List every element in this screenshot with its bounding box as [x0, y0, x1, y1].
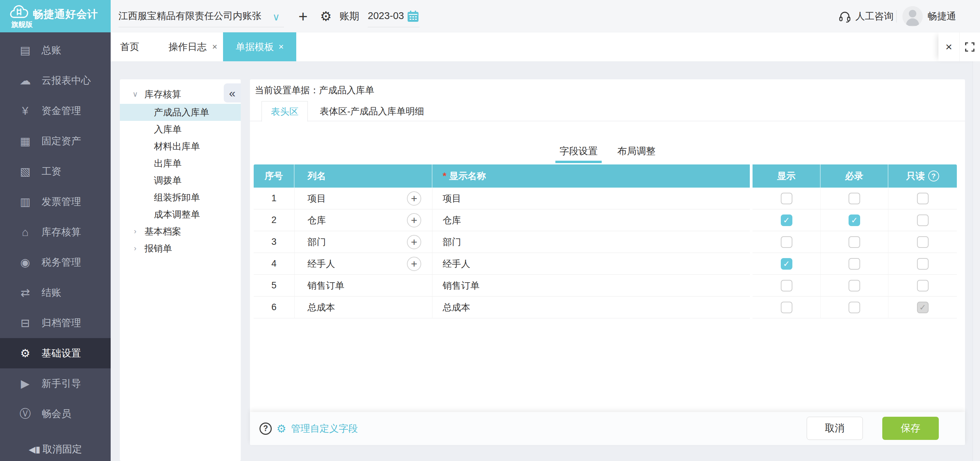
readonly-checkbox[interactable]	[917, 280, 929, 291]
sidebar-items: ▤总账 ☁云报表中心 ¥资金管理 ▦固定资产 ▧工资 ▥发票管理 ⌂库存核算 ◉…	[0, 32, 111, 429]
help-icon[interactable]: ?	[259, 423, 272, 435]
user-name[interactable]: 畅捷通	[928, 0, 956, 32]
show-checkbox[interactable]: ✓	[781, 258, 792, 270]
headset-icon	[838, 10, 851, 23]
close-all-button[interactable]: ×	[939, 32, 959, 61]
tree-item-transfer[interactable]: 调拨单	[120, 172, 241, 189]
area-tab-bar: 表头区 表体区-产成品入库单明细	[250, 101, 965, 121]
template-tree: ∨ 库存核算 产成品入库单 入库单 材料出库单 出库单 调拨单 组装拆卸单 成本…	[120, 79, 241, 257]
sidebar-item-closing[interactable]: ⇄结账	[0, 278, 111, 308]
tree-item-assembly[interactable]: 组装拆卸单	[120, 189, 241, 206]
tree-item-cost-adjustment[interactable]: 成本调整单	[120, 206, 241, 223]
fields-table: 序号 列名 * 显示名称 显示 必录 只读 ? 1 项目+ 项目	[254, 164, 957, 318]
readonly-checkbox[interactable]	[917, 236, 929, 248]
tree-node-inventory[interactable]: ∨ 库存核算	[120, 85, 241, 104]
tree-item-material-issue[interactable]: 材料出库单	[120, 138, 241, 155]
cell-name: 经手人+	[294, 253, 433, 275]
sidebar-item-fixed-assets[interactable]: ▦固定资产	[0, 126, 111, 156]
support-link[interactable]: 人工咨询	[838, 0, 894, 32]
cell-name-label: 仓库	[307, 214, 326, 226]
manage-custom-fields-link[interactable]: 管理自定义字段	[291, 422, 358, 435]
chevron-down-icon[interactable]: ∨	[272, 11, 280, 23]
fullscreen-button[interactable]	[959, 32, 980, 61]
gear-icon[interactable]: ⚙	[277, 422, 286, 435]
cell-show: ✓	[752, 253, 821, 275]
period-selector[interactable]: 2023-03	[368, 5, 420, 27]
save-button[interactable]: 保存	[882, 417, 939, 440]
sidebar-item-funds[interactable]: ¥资金管理	[0, 96, 111, 126]
cell-readonly	[888, 231, 957, 253]
user-avatar[interactable]	[902, 6, 923, 27]
sidebar-item-payroll[interactable]: ▧工资	[0, 156, 111, 187]
tab-field-settings[interactable]: 字段设置	[555, 140, 602, 163]
tree-node-expense-claims[interactable]: › 报销单	[120, 240, 241, 257]
cell-required	[821, 231, 888, 253]
readonly-checkbox[interactable]	[917, 215, 929, 226]
ledger-icon: ▤	[18, 44, 33, 57]
tab-operation-log[interactable]: 操作日志 ×	[169, 32, 217, 61]
required-checkbox[interactable]	[849, 193, 860, 204]
required-checkbox[interactable]	[849, 280, 860, 291]
tree-item-receipt[interactable]: 入库单	[120, 121, 241, 138]
cell-readonly	[888, 210, 957, 231]
sidebar-item-basic-settings[interactable]: ⚙基础设置	[0, 338, 111, 369]
sidebar-item-membership[interactable]: Ⓥ畅会员	[0, 399, 111, 429]
show-checkbox[interactable]: ✓	[781, 215, 792, 226]
add-field-button[interactable]: +	[407, 235, 421, 249]
required-checkbox[interactable]: ✓	[849, 215, 860, 226]
cancel-button[interactable]: 取消	[807, 417, 863, 440]
template-tree-panel: « ∨ 库存核算 产成品入库单 入库单 材料出库单 出库单 调拨单 组装拆卸单 …	[120, 79, 241, 461]
calendar-icon[interactable]	[407, 10, 420, 23]
sidebar-item-inventory[interactable]: ⌂库存核算	[0, 217, 111, 247]
tab-body-area[interactable]: 表体区-产成品入库单明细	[320, 101, 424, 121]
building-icon: ▦	[18, 135, 33, 148]
tree-item-issue[interactable]: 出库单	[120, 155, 241, 172]
cell-name-label: 总成本	[307, 301, 335, 313]
add-field-button[interactable]: +	[407, 257, 421, 271]
required-checkbox[interactable]	[849, 258, 860, 270]
required-checkbox[interactable]	[849, 302, 860, 313]
sidebar-item-archive[interactable]: ⊟归档管理	[0, 308, 111, 338]
sidebar-item-label: 畅会员	[41, 407, 71, 421]
column-gap	[750, 253, 752, 275]
close-icon[interactable]: ×	[212, 41, 217, 52]
tree-node-basic-archives[interactable]: › 基本档案	[120, 223, 241, 240]
collapse-panel-button[interactable]: «	[224, 83, 241, 102]
column-gap	[750, 164, 752, 188]
readonly-checkbox[interactable]	[917, 258, 929, 270]
app-title: 畅捷通好会计	[33, 7, 98, 21]
tab-layout-adjust[interactable]: 布局调整	[613, 140, 660, 163]
cell-display: 项目	[433, 188, 750, 210]
tab-header-area[interactable]: 表头区	[261, 101, 308, 122]
sidebar-item-invoices[interactable]: ▥发票管理	[0, 187, 111, 217]
add-field-button[interactable]: +	[407, 191, 421, 206]
company-selector[interactable]: 江西服宝精品有限责任公司内账张 ∨	[118, 5, 284, 27]
required-checkbox[interactable]	[849, 236, 860, 248]
sidebar-item-cloud-reports[interactable]: ☁云报表中心	[0, 65, 111, 96]
add-account-button[interactable]: +	[296, 0, 310, 32]
unpin-sidebar-button[interactable]: ◀▮ 取消固定	[0, 443, 111, 456]
tab-home[interactable]: 首页	[120, 32, 139, 61]
settings-gear-icon[interactable]: ⚙	[318, 0, 333, 32]
show-checkbox[interactable]	[781, 280, 792, 291]
readonly-help-icon[interactable]: ?	[928, 170, 939, 181]
cell-no: 5	[254, 275, 294, 297]
cell-display: 仓库	[433, 210, 750, 231]
readonly-checkbox[interactable]	[917, 193, 929, 204]
tree-item-finished-goods-receipt[interactable]: 产成品入库单	[120, 104, 241, 121]
tab-document-template[interactable]: 单据模板 ×	[223, 32, 296, 61]
page-scrollbar[interactable]	[972, 32, 980, 461]
column-gap	[750, 210, 752, 231]
sidebar-item-beginner-guide[interactable]: ▶新手引导	[0, 369, 111, 399]
sidebar-item-label: 基础设置	[41, 347, 81, 360]
closing-icon: ⇄	[18, 286, 33, 299]
unpin-label: 取消固定	[43, 443, 82, 456]
close-icon[interactable]: ×	[278, 41, 284, 52]
add-field-button[interactable]: +	[407, 213, 421, 227]
show-checkbox[interactable]	[781, 193, 792, 204]
show-checkbox[interactable]	[781, 302, 792, 313]
sidebar-item-tax[interactable]: ◉税务管理	[0, 247, 111, 278]
show-checkbox[interactable]	[781, 236, 792, 248]
sidebar-item-label: 固定资产	[41, 135, 81, 148]
sidebar-item-general-ledger[interactable]: ▤总账	[0, 35, 111, 65]
